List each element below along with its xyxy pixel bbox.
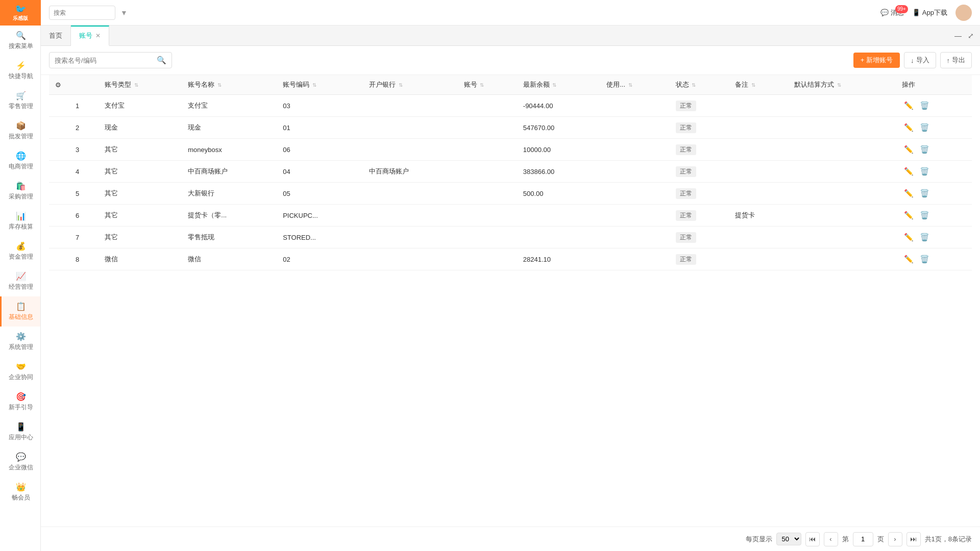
page-label: 第 <box>842 535 849 544</box>
delete-button[interactable]: 🗑️ <box>918 166 932 177</box>
next-page-button[interactable]: › <box>888 532 902 546</box>
sort-icon[interactable]: ⇅ <box>552 82 556 88</box>
tab-close-icon[interactable]: ✕ <box>95 32 101 39</box>
cell-status: 正常 <box>670 161 729 183</box>
cell-account-code: 03 <box>277 95 363 117</box>
edit-button[interactable]: ✏️ <box>902 210 916 221</box>
sidebar-item-search-menu[interactable]: 🔍 搜索菜单 <box>0 26 40 56</box>
ecommerce-icon: 🌐 <box>16 151 26 161</box>
sidebar-item-company-agreement[interactable]: 🤝 企业协同 <box>0 357 40 387</box>
sidebar-item-beginner-guide[interactable]: 🎯 新手引导 <box>0 387 40 417</box>
edit-button[interactable]: ✏️ <box>902 232 916 243</box>
th-usage[interactable]: 使用... ⇅ <box>600 75 670 95</box>
table-row: 1 支付宝 支付宝 03 -90444.00 正常 ✏️ 🗑️ <box>49 95 972 117</box>
th-account-name[interactable]: 账号名称 ⇅ <box>182 75 277 95</box>
cell-default-settlement <box>788 183 896 205</box>
sidebar-item-enterprise-wechat[interactable]: 💬 企业微信 <box>0 447 40 477</box>
delete-button[interactable]: 🗑️ <box>918 188 932 199</box>
sidebar-item-label: 采购管理 <box>9 192 33 201</box>
sort-icon[interactable]: ⇅ <box>480 82 484 88</box>
tab-maximize-button[interactable]: ⤢ <box>966 30 976 42</box>
cell-account-name: 现金 <box>182 117 277 139</box>
delete-button[interactable]: 🗑️ <box>918 144 932 155</box>
edit-button[interactable]: ✏️ <box>902 144 916 155</box>
th-latest-balance[interactable]: 最新余额 ⇅ <box>517 75 600 95</box>
th-remarks[interactable]: 备注 ⇅ <box>729 75 788 95</box>
account-search-input[interactable] <box>50 57 152 64</box>
delete-button[interactable]: 🗑️ <box>918 254 932 265</box>
sidebar-item-retail[interactable]: 🛒 零售管理 <box>0 86 40 116</box>
search-button[interactable]: 🔍 <box>152 56 172 65</box>
sort-icon[interactable]: ⇅ <box>217 82 222 88</box>
retail-icon: 🛒 <box>16 91 26 101</box>
delete-button[interactable]: 🗑️ <box>918 100 932 111</box>
sort-icon[interactable]: ⇅ <box>837 82 841 88</box>
sort-icon[interactable]: ⇅ <box>312 82 316 88</box>
sidebar-item-quick-nav[interactable]: ⚡ 快捷导航 <box>0 56 40 86</box>
th-account-no[interactable]: 账号 ⇅ <box>458 75 517 95</box>
sidebar-item-basic-info[interactable]: 📋 基础信息 <box>0 296 40 327</box>
sidebar-item-ecommerce[interactable]: 🌐 电商管理 <box>0 146 40 176</box>
sort-icon[interactable]: ⇅ <box>399 82 403 88</box>
th-default-settlement[interactable]: 默认结算方式 ⇅ <box>788 75 896 95</box>
sidebar-item-system[interactable]: ⚙️ 系统管理 <box>0 327 40 357</box>
sidebar-item-wholesale[interactable]: 📦 批发管理 <box>0 116 40 146</box>
dropdown-arrow-icon[interactable]: ▼ <box>120 9 128 17</box>
sort-icon[interactable]: ⇅ <box>751 82 755 88</box>
first-page-button[interactable]: ⏮ <box>805 532 820 546</box>
header-left: ▼ <box>49 6 128 20</box>
sidebar-item-label: 批发管理 <box>9 132 33 141</box>
th-account-code[interactable]: 账号编码 ⇅ <box>277 75 363 95</box>
cell-action: ✏️ 🗑️ <box>896 117 972 139</box>
user-avatar[interactable] <box>955 5 972 21</box>
sidebar-item-app-center[interactable]: 📱 应用中心 <box>0 417 40 447</box>
status-badge: 正常 <box>676 254 696 265</box>
page-number-input[interactable] <box>853 532 873 546</box>
tab-home[interactable]: 首页 <box>41 26 71 46</box>
th-bank[interactable]: 开户银行 ⇅ <box>363 75 458 95</box>
edit-button[interactable]: ✏️ <box>902 188 916 199</box>
delete-button[interactable]: 🗑️ <box>918 122 932 133</box>
edit-button[interactable]: ✏️ <box>902 254 916 265</box>
header-search-input[interactable] <box>49 6 115 20</box>
cell-usage <box>600 161 670 183</box>
cell-bank: 中百商场账户 <box>363 161 458 183</box>
search-wrap: 🔍 <box>49 52 172 68</box>
th-status[interactable]: 状态 ⇅ <box>670 75 729 95</box>
prev-page-button[interactable]: ‹ <box>824 532 838 546</box>
sort-icon[interactable]: ⇅ <box>692 82 696 88</box>
sidebar-item-purchase[interactable]: 🛍️ 采购管理 <box>0 176 40 206</box>
edit-button[interactable]: ✏️ <box>902 166 916 177</box>
tab-account[interactable]: 账号 ✕ <box>71 26 109 46</box>
sidebar-item-finance[interactable]: 💰 资金管理 <box>0 236 40 266</box>
last-page-button[interactable]: ⏭ <box>906 532 921 546</box>
delete-button[interactable]: 🗑️ <box>918 210 932 221</box>
sidebar-item-vip[interactable]: 👑 畅会员 <box>0 477 40 507</box>
app-download-button[interactable]: 📱 App下载 <box>912 8 947 17</box>
cell-no: 8 <box>69 248 99 270</box>
import-button[interactable]: ↓ 导入 <box>904 52 936 68</box>
add-account-button[interactable]: + 新增账号 <box>853 53 900 68</box>
cell-action: ✏️ 🗑️ <box>896 227 972 248</box>
accounts-table: ⚙ 账号类型 ⇅ 账号名称 ⇅ 账号编码 ⇅ 开户银行 ⇅ 账号 ⇅ 最新余额 … <box>49 75 972 270</box>
sort-icon[interactable]: ⇅ <box>628 82 632 88</box>
th-settings[interactable]: ⚙ <box>49 75 69 95</box>
sort-icon[interactable]: ⇅ <box>134 82 138 88</box>
vip-icon: 👑 <box>16 482 26 492</box>
sidebar-item-label: 基础信息 <box>9 313 33 321</box>
messages-button[interactable]: 💬 99+ 消息 <box>880 8 904 17</box>
cell-action: ✏️ 🗑️ <box>896 205 972 227</box>
th-no <box>69 75 99 95</box>
cell-settings <box>49 205 69 227</box>
th-account-type[interactable]: 账号类型 ⇅ <box>99 75 182 95</box>
cell-remarks <box>729 139 788 161</box>
quick-nav-icon: ⚡ <box>16 61 26 70</box>
sidebar-item-inventory[interactable]: 📊 库存核算 <box>0 206 40 236</box>
delete-button[interactable]: 🗑️ <box>918 232 932 243</box>
export-button[interactable]: ↑ 导出 <box>940 52 972 68</box>
edit-button[interactable]: ✏️ <box>902 100 916 111</box>
page-size-select[interactable]: 50 <box>776 533 801 545</box>
sidebar-item-operations[interactable]: 📈 经营管理 <box>0 266 40 296</box>
tab-minimize-button[interactable]: — <box>952 30 964 42</box>
edit-button[interactable]: ✏️ <box>902 122 916 133</box>
